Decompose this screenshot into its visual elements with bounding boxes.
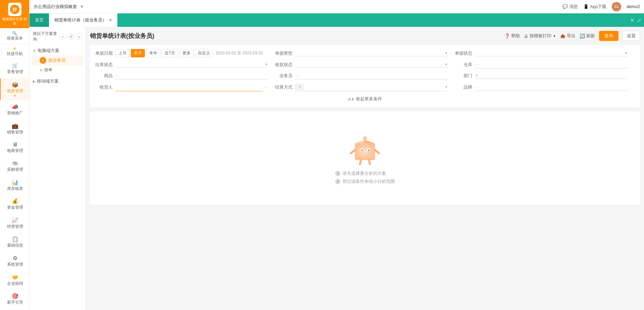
order-sub-label: 按单 xyxy=(44,67,52,73)
docstatus-arrow: ▼ xyxy=(624,51,628,55)
sidebar-item-finance[interactable]: 💰 资金管理 xyxy=(0,195,29,214)
payment-select[interactable]: ▼ xyxy=(295,61,448,68)
date-btn-custom[interactable]: 自定义 xyxy=(195,49,213,57)
mobile-scheme-header[interactable]: ▶ 移动端方案 xyxy=(30,77,86,86)
salesperson-select[interactable]: ··· xyxy=(295,72,448,80)
filter-brand-item: 品牌 ··· xyxy=(455,83,635,91)
scheme-item-salesperson[interactable]: 人 按业务员 xyxy=(32,55,84,65)
collapse-row: ∧∧ 收起更多条件 xyxy=(95,95,635,103)
ship-label: 出库状态 xyxy=(95,62,113,68)
settings-btn[interactable]: 设置 xyxy=(623,31,640,41)
settlement-tag: × xyxy=(295,84,303,90)
tab-sales-stat-close[interactable]: ✕ xyxy=(109,18,112,22)
business-label: 经营管理 xyxy=(7,224,23,229)
consignee-input[interactable] xyxy=(115,83,263,91)
sidebar-item-inventory[interactable]: 📊 库存核算 xyxy=(0,176,29,195)
svg-line-9 xyxy=(360,160,361,164)
marketing-icon: 📣 xyxy=(12,104,18,110)
refresh-scheme-btn[interactable]: ↺ xyxy=(67,33,74,40)
filter-date-item: 单据日期 上月 本月 本年 近7天 更多 自定义 2023-03-01 至 20… xyxy=(95,49,275,57)
filter-warehouse-item: 仓库 ··· xyxy=(455,61,635,68)
page-header: 销货单统计表(按业务员) ❓ 帮助 🖨 按模板打印 ▼ 📤 导出 xyxy=(90,31,640,41)
tab-sales-stat[interactable]: 销货单统计表（按业务员） ✕ xyxy=(49,13,117,27)
docstatus-select[interactable]: ▼ xyxy=(475,50,628,56)
sidebar-item-retail[interactable]: 🛒 零售管理 xyxy=(0,59,29,78)
svg-text:好: 好 xyxy=(12,7,17,12)
scheme-sub-item-order[interactable]: ≡ 按单 xyxy=(30,66,86,74)
salesperson-scheme-icon: 人 xyxy=(40,57,46,64)
settlement-tag-close[interactable]: × xyxy=(299,85,301,89)
date-btn-this-year[interactable]: 本年 xyxy=(146,49,160,57)
quick-nav-label: 快捷导航 xyxy=(2,51,27,57)
filter-row-1: 单据日期 上月 本月 本年 近7天 更多 自定义 2023-03-01 至 20… xyxy=(95,49,635,57)
sidebar-item-marketing[interactable]: 📣 营销推广 xyxy=(0,100,29,119)
filter-row-4: 收货人 ··· 结算方式 × ▼ xyxy=(95,83,635,91)
svg-point-6 xyxy=(368,150,369,151)
user-avatar-text: Ea xyxy=(612,2,621,11)
sidebar-item-wholesale[interactable]: 📦 批发管理 ▲ xyxy=(0,78,29,101)
export-btn[interactable]: 📤 导出 xyxy=(560,33,576,39)
search-menu-item[interactable]: 🔍 搜索菜单 xyxy=(0,28,29,44)
print-dropdown-icon: ▼ xyxy=(553,34,556,38)
marketing-label: 营销推广 xyxy=(7,111,23,116)
logo-icon: 好 xyxy=(8,3,21,16)
ship-select[interactable]: ▼ xyxy=(115,61,268,68)
collapse-panel-btn[interactable]: « xyxy=(75,33,82,40)
date-btn-more[interactable]: 更多 xyxy=(179,49,194,57)
export-label: 导出 xyxy=(567,33,576,39)
svg-point-5 xyxy=(361,150,363,151)
sidebar-item-basic[interactable]: 📋 基础信息 xyxy=(0,232,29,252)
salesperson-filter-label: 业务员 xyxy=(275,73,292,79)
pc-scheme-header[interactable]: ▼ 电脑端方案 xyxy=(30,46,86,55)
tip-2-text: 用过滤条件来缩小分析范围 xyxy=(342,178,395,185)
brand-select[interactable]: ··· xyxy=(475,83,628,91)
filter-payment-item: 收款状态 ▼ xyxy=(275,61,455,68)
date-btn-last-month[interactable]: 上月 xyxy=(115,49,129,57)
date-btn-this-month[interactable]: 本月 xyxy=(131,49,145,57)
warehouse-select[interactable]: ··· xyxy=(475,61,628,68)
sidebar-logo[interactable]: 好 畅捷通好生意 标版 xyxy=(0,0,29,28)
sidebar-item-sales[interactable]: 💼 销售管理 xyxy=(0,119,29,139)
sidebar-item-appstore[interactable]: 🔲 应用中心 xyxy=(0,309,29,310)
mobile-scheme-label: 移动端方案 xyxy=(37,78,59,84)
tab-close-all-btn[interactable]: ✕ xyxy=(630,17,634,23)
empty-tip-1: 1 请先选择要分析的方案 xyxy=(335,170,395,176)
sidebar-item-ecommerce[interactable]: 🖥 电商管理 xyxy=(0,138,29,157)
pc-scheme-arrow: ▼ xyxy=(33,49,36,53)
sidebar-item-system[interactable]: ⚙ 系统管理 xyxy=(0,252,29,271)
tab-home[interactable]: 首页 xyxy=(30,13,49,27)
collapse-icon: ∧∧ xyxy=(348,97,355,102)
goods-select[interactable]: ··· xyxy=(115,72,268,80)
print-btn[interactable]: 🖨 按模板打印 ▼ xyxy=(524,33,556,39)
salesperson-scheme-label: 按业务员 xyxy=(48,57,66,63)
date-btn-7days[interactable]: 近7天 xyxy=(162,49,178,57)
settlement-select[interactable]: × ▼ xyxy=(295,83,448,91)
breadcrumb-dropdown-icon[interactable]: ▼ xyxy=(80,4,84,9)
doctype-select[interactable]: ▼ xyxy=(295,50,448,56)
refresh-btn[interactable]: 🔄 刷新 xyxy=(580,33,595,39)
user-avatar[interactable]: Ea xyxy=(612,2,621,11)
sidebar-item-business[interactable]: 📈 经营管理 xyxy=(0,214,29,233)
add-scheme-btn[interactable]: + xyxy=(59,33,66,40)
query-btn[interactable]: 查询 xyxy=(599,31,619,41)
tab-home-label: 首页 xyxy=(35,17,44,23)
message-label: 消息 xyxy=(569,4,578,10)
topbar-right: 💬 消息 📱 App下载 Ea demo2 xyxy=(562,2,640,11)
sidebar-item-enterprise[interactable]: 🤝 企业协同 xyxy=(0,271,29,290)
collapse-filter-btn[interactable]: ∧∧ 收起更多条件 xyxy=(344,95,386,103)
message-action[interactable]: 💬 消息 xyxy=(562,4,578,10)
empty-tip-2: 2 用过滤条件来缩小分析范围 xyxy=(335,178,395,185)
inventory-label: 库存核算 xyxy=(7,186,23,192)
app-download-action[interactable]: 📱 App下载 xyxy=(583,4,606,10)
sidebar-item-newguide[interactable]: 🎯 新手引导 xyxy=(0,290,29,309)
sales-label: 销售管理 xyxy=(7,130,23,135)
ecommerce-label: 电商管理 xyxy=(7,148,23,154)
department-select[interactable]: ▼ xyxy=(475,72,628,79)
inventory-icon: 📊 xyxy=(12,179,18,186)
quick-nav-item[interactable]: ⚡ 快捷导航 xyxy=(0,44,29,59)
newguide-label: 新手引导 xyxy=(7,300,23,305)
help-btn[interactable]: ❓ 帮助 xyxy=(504,33,520,39)
sidebar-item-purchase[interactable]: 🛍 采购管理 xyxy=(0,157,29,176)
tab-maximize-btn[interactable]: ⤢ xyxy=(637,17,641,23)
user-name[interactable]: demo2 xyxy=(627,4,640,9)
